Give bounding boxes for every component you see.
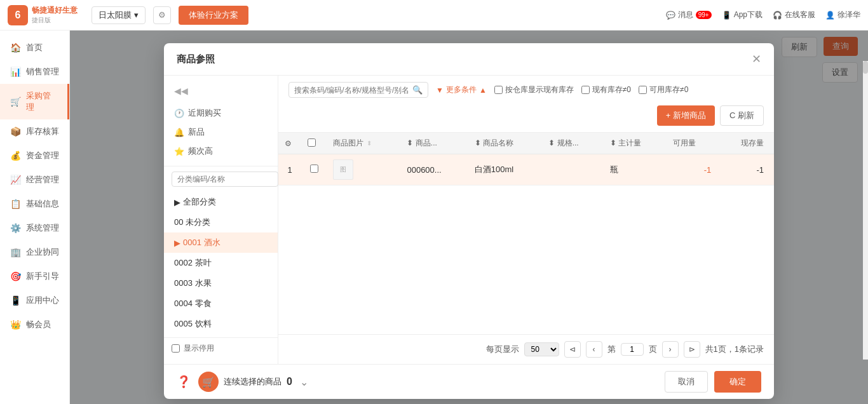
logo-text: 畅捷通好生意 捷目版 [32, 5, 78, 25]
cancel-btn[interactable]: 取消 [665, 371, 708, 393]
product-search-input[interactable] [294, 86, 409, 95]
next-page-btn[interactable]: › [662, 341, 679, 358]
category-search: 🔍 [164, 172, 278, 192]
top-nav: 6 畅捷通好生意 捷目版 日太阳膜 ▾ ⚙ 体验行业方案 💬 消息 99+ 📱 … [0, 0, 868, 30]
nav-messages[interactable]: 💬 消息 99+ [666, 10, 712, 20]
col-settings[interactable]: ⚙ [278, 133, 301, 154]
sidebar: 🏠 首页 📊 销售管理 🛒 采购管理 📦 库存核算 💰 资金管理 📈 经营管理 … [0, 30, 70, 404]
gear-button[interactable]: ⚙ [153, 6, 171, 24]
row-spec [542, 154, 603, 185]
row-checkbox-cell[interactable] [301, 154, 327, 185]
basic-info-icon: 📋 [10, 199, 21, 209]
modal-header: 商品参照 ✕ [164, 43, 774, 76]
sidebar-item-finance[interactable]: 💰 资金管理 [0, 144, 69, 168]
cat-item-0004[interactable]: 0004 零食 [164, 293, 278, 314]
store-selector[interactable]: 日太阳膜 ▾ [92, 6, 146, 24]
row-name: 白酒100ml [468, 154, 543, 185]
quick-item-frequent[interactable]: ⭐ 频次高 [164, 142, 278, 161]
row-available: -1 [667, 154, 717, 185]
sidebar-item-purchase[interactable]: 🛒 采购管理 [0, 84, 69, 119]
cat-item-0003[interactable]: 0003 水果 [164, 273, 278, 293]
existing-stock-checkbox[interactable] [581, 86, 590, 94]
col-spec: ⬍ 规格... [542, 133, 603, 154]
col-name: ⬍ 商品名称 [468, 133, 543, 154]
sidebar-item-home[interactable]: 🏠 首页 [0, 36, 69, 60]
search-icon[interactable]: 🔍 [412, 85, 423, 95]
display-disabled-checkbox[interactable] [172, 344, 180, 353]
sidebar-item-enterprise[interactable]: 🏢 企业协同 [0, 240, 69, 264]
nav-right: 💬 消息 99+ 📱 App下载 🎧 在线客服 👤 徐泽华 [666, 10, 860, 20]
logo-icon: 6 [8, 5, 28, 25]
checkbox-filter-warehouse[interactable]: 按仓库显示现有库存 [494, 84, 574, 95]
category-search-input[interactable] [172, 172, 278, 187]
cat-item-0005[interactable]: 0005 饮料 [164, 314, 278, 334]
nav-online-support[interactable]: 🎧 在线客服 [773, 10, 815, 20]
sidebar-item-system[interactable]: ⚙️ 系统管理 [0, 216, 69, 240]
system-icon: ⚙️ [10, 223, 21, 233]
sidebar-item-inventory[interactable]: 📦 库存核算 [0, 119, 69, 144]
first-page-btn[interactable]: ⊲ [564, 341, 581, 358]
sidebar-item-app-center[interactable]: 📱 应用中心 [0, 288, 69, 313]
help-icon[interactable]: ❓ [177, 375, 191, 389]
modal-body: ◀◀ 🕐 近期购买 🔔 新品 ⭐ [164, 76, 774, 364]
inventory-icon: 📦 [10, 126, 21, 137]
sidebar-item-operations[interactable]: 📈 经营管理 [0, 168, 69, 192]
refresh-btn[interactable]: C 刷新 [720, 105, 764, 126]
cat-arrow-0001: ▶ [174, 238, 180, 248]
expand-btn[interactable]: ⌄ [300, 376, 308, 388]
sidebar-item-sales[interactable]: 📊 销售管理 [0, 60, 69, 84]
row-stock: -1 [717, 154, 774, 185]
collapse-button[interactable]: ◀◀ [172, 83, 191, 98]
row-checkbox[interactable] [310, 165, 318, 173]
table-row[interactable]: 1 图 000600... 白酒100ml 瓶 [278, 154, 774, 185]
warehouse-stock-checkbox[interactable] [494, 86, 503, 94]
toolbar-actions: + 新增商品 C 刷新 [657, 105, 764, 126]
right-toolbar: 🔍 ▼ 更多条件 ▲ 按仓库显示现有库存 [278, 76, 774, 133]
per-page-select[interactable]: 50 100 [524, 342, 559, 356]
sidebar-item-guide[interactable]: 🎯 新手引导 [0, 264, 69, 288]
app-center-icon: 📱 [10, 295, 21, 306]
display-disabled-toggle[interactable]: 显示停用 [164, 337, 278, 359]
content-area: 查询 刷新 设置 商品参照 ✕ ◀◀ [70, 30, 868, 404]
page-number-input[interactable] [621, 343, 644, 356]
cart-icon: 🛒 [198, 372, 219, 392]
modal-close-button[interactable]: ✕ [752, 52, 761, 66]
available-stock-checkbox[interactable] [639, 86, 647, 94]
cat-item-0001[interactable]: ▶ 0001 酒水 [164, 232, 278, 253]
prev-page-btn[interactable]: ‹ [586, 341, 602, 358]
guide-icon: 🎯 [10, 271, 21, 281]
member-icon: 👑 [10, 320, 21, 330]
exp-btn[interactable]: 体验行业方案 [179, 6, 248, 25]
row-num: 1 [278, 154, 301, 185]
add-product-btn[interactable]: + 新增商品 [657, 105, 715, 126]
modal-title: 商品参照 [177, 53, 215, 65]
enterprise-icon: 🏢 [10, 247, 21, 257]
confirm-btn[interactable]: 确定 [714, 371, 761, 393]
cat-item-00[interactable]: 00 未分类 [164, 212, 278, 232]
operations-icon: 📈 [10, 175, 21, 185]
category-list: ▶ 全部分类 00 未分类 ▶ 0001 酒水 0002 茶 [164, 192, 278, 337]
row-unit: 瓶 [604, 154, 667, 185]
nav-user[interactable]: 👤 徐泽华 [825, 10, 860, 20]
select-all-checkbox[interactable] [308, 138, 316, 147]
checkbox-filter-available[interactable]: 可用库存≠0 [639, 84, 688, 95]
new-icon: 🔔 [174, 128, 184, 137]
more-filter-btn[interactable]: ▼ 更多条件 ▲ [436, 84, 487, 95]
row-image: 图 [327, 154, 400, 185]
col-checkbox[interactable] [301, 133, 327, 154]
frequent-icon: ⭐ [174, 147, 184, 156]
quick-item-recent[interactable]: 🕐 近期购买 [164, 104, 278, 123]
modal-overlay: 商品参照 ✕ ◀◀ 🕐 近期购买 [70, 30, 868, 404]
sidebar-item-basic-info[interactable]: 📋 基础信息 [0, 192, 69, 216]
cat-item-0002[interactable]: 0002 茶叶 [164, 253, 278, 273]
cart-area: 🛒 连续选择的商品 0 [198, 372, 292, 392]
cat-item-all[interactable]: ▶ 全部分类 [164, 192, 278, 212]
nav-app-download[interactable]: 📱 App下载 [722, 10, 763, 20]
checkbox-filter-existing[interactable]: 现有库存≠0 [581, 84, 631, 95]
last-page-btn[interactable]: ⊳ [684, 341, 700, 358]
sidebar-item-member[interactable]: 👑 畅会员 [0, 313, 69, 337]
col-stock: 现存量 [717, 133, 774, 154]
left-panel-top: ◀◀ [164, 81, 278, 104]
quick-item-new[interactable]: 🔔 新品 [164, 123, 278, 142]
filter-icon: ▼ [436, 86, 444, 95]
